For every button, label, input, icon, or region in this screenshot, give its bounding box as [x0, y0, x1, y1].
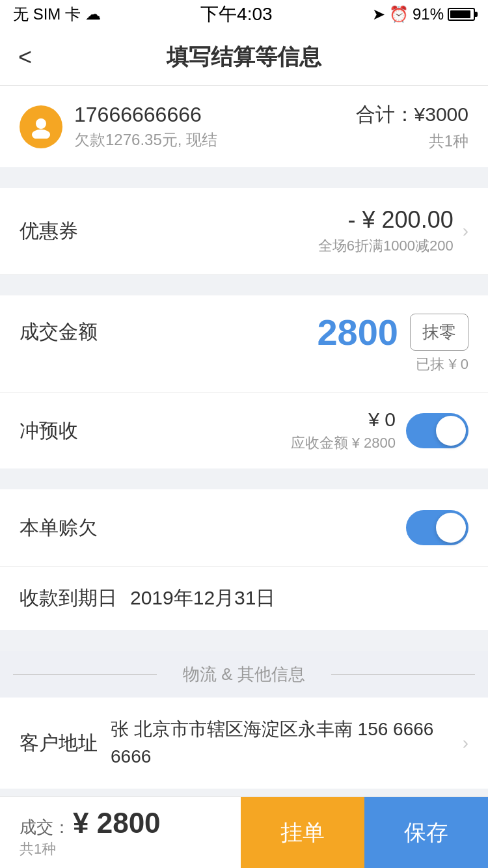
deal-row: 成交金额 2800 抹零: [20, 314, 468, 351]
status-bar: 无 SIM 卡 ☁ 下午4:03 ➤ ⏰ 91%: [0, 0, 488, 29]
customer-right: 合计：¥3000 共1种: [356, 102, 468, 152]
battery-percent: 91%: [413, 5, 444, 23]
customer-row: 17666666666 欠款1276.35元, 现结 合计：¥3000 共1种: [0, 86, 488, 167]
pre-collection-row: 冲预收 ¥ 0 应收金额 ¥ 2800: [0, 392, 488, 468]
credit-toggle[interactable]: [406, 510, 468, 545]
address-chevron-icon: ›: [463, 733, 468, 753]
address-value: 张 北京市市辖区海淀区永丰南 156 6666 6666: [111, 716, 463, 770]
customer-count: 共1种: [356, 131, 468, 152]
footer: 成交： ¥ 2800 共1种 挂单 保存: [0, 796, 488, 868]
credit-section: 本单赊欠 收款到期日 2019年12月31日: [0, 489, 488, 630]
pre-right: ¥ 0 应收金额 ¥ 2800: [291, 409, 468, 453]
pre-collection-toggle[interactable]: [406, 413, 468, 448]
customer-section: 17666666666 欠款1276.35元, 现结 合计：¥3000 共1种: [0, 86, 488, 167]
customer-left: 17666666666 欠款1276.35元, 现结: [20, 103, 217, 150]
hang-order-button[interactable]: 挂单: [241, 797, 364, 869]
deal-section: 成交金额 2800 抹零 已抹 ¥ 0 冲预收 ¥ 0 应收金额 ¥ 2800: [0, 295, 488, 468]
credit-toggle-knob: [436, 513, 466, 543]
address-row[interactable]: 客户地址 张 北京市市辖区海淀区永丰南 156 6666 6666 ›: [0, 698, 488, 789]
deal-sub: 已抹 ¥ 0: [20, 355, 468, 374]
address-label: 客户地址: [20, 730, 98, 757]
logistics-header-text: 物流 & 其他信息: [183, 663, 305, 686]
credit-label: 本单赊欠: [20, 515, 98, 541]
toggle-knob: [436, 416, 466, 446]
date-row: 收款到期日 2019年12月31日: [0, 566, 488, 630]
pre-label: 冲预收: [20, 418, 78, 444]
customer-sub: 欠款1276.35元, 现结: [74, 129, 217, 150]
divider-4: [0, 640, 488, 651]
battery-fill: [450, 10, 470, 18]
battery-icon: [448, 8, 475, 21]
sim-status: 无 SIM 卡 ☁: [13, 4, 101, 25]
deal-amount-row: 成交金额 2800 抹零 已抹 ¥ 0: [0, 295, 488, 392]
status-left: 无 SIM 卡 ☁: [13, 4, 101, 25]
customer-total: 合计：¥3000: [356, 102, 468, 128]
coupon-row[interactable]: 优惠券 - ¥ 200.00 全场6折满1000减200 ›: [0, 188, 488, 275]
footer-amount: ¥ 2800: [73, 807, 161, 839]
coupon-value: - ¥ 200.00 全场6折满1000减200: [318, 206, 454, 256]
divider-3: [0, 479, 488, 489]
round-button[interactable]: 抹零: [410, 314, 468, 351]
deal-right: 2800 抹零: [317, 314, 468, 351]
avatar: [20, 105, 62, 148]
nav-bar: < 填写结算等信息: [0, 29, 488, 86]
pre-sub: 应收金额 ¥ 2800: [291, 433, 396, 453]
date-label: 收款到期日: [20, 585, 117, 612]
deal-label: 成交金额: [20, 319, 98, 346]
divider-1: [0, 178, 488, 188]
chevron-icon: ›: [463, 221, 468, 241]
header-line-left: [13, 674, 157, 675]
coupon-right: - ¥ 200.00 全场6折满1000减200 ›: [318, 206, 468, 256]
pre-val: ¥ 0 应收金额 ¥ 2800: [291, 409, 396, 453]
footer-count: 共1种: [20, 839, 221, 859]
customer-info: 17666666666 欠款1276.35元, 现结: [74, 103, 217, 150]
footer-deal-label: 成交：: [20, 816, 70, 839]
page-title: 填写结算等信息: [167, 42, 321, 72]
customer-phone: 17666666666: [74, 103, 217, 127]
header-line-right: [331, 674, 475, 675]
coupon-amount: - ¥ 200.00: [318, 206, 454, 234]
location-icon: ➤: [372, 5, 385, 23]
pre-amount: ¥ 0: [291, 409, 396, 431]
credit-row: 本单赊欠: [0, 489, 488, 566]
back-button[interactable]: <: [18, 44, 32, 71]
alarm-icon: ⏰: [389, 5, 409, 23]
status-time: 下午4:03: [200, 2, 273, 27]
svg-point-1: [32, 129, 50, 139]
save-button[interactable]: 保存: [364, 797, 488, 869]
logistics-section-header: 物流 & 其他信息: [0, 651, 488, 698]
coupon-desc: 全场6折满1000减200: [318, 236, 454, 256]
date-value: 2019年12月31日: [130, 585, 275, 612]
deal-amount-value: 2800: [317, 314, 398, 351]
svg-point-0: [36, 118, 46, 129]
divider-2: [0, 285, 488, 295]
coupon-label: 优惠券: [20, 218, 78, 245]
coupon-section: 优惠券 - ¥ 200.00 全场6折满1000减200 ›: [0, 188, 488, 275]
status-right: ➤ ⏰ 91%: [372, 5, 475, 23]
footer-info: 成交： ¥ 2800 共1种: [0, 807, 241, 859]
address-section: 客户地址 张 北京市市辖区海淀区永丰南 156 6666 6666 ›: [0, 698, 488, 789]
